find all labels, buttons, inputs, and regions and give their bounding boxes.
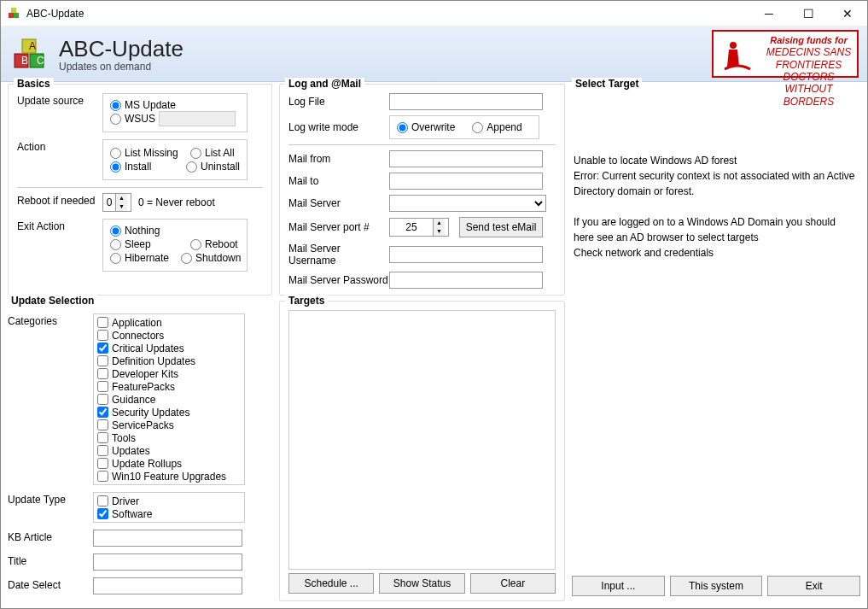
mailuser-label: Mail Server Username (288, 243, 389, 266)
mailuser-input[interactable] (389, 246, 543, 263)
exit-hibernate-radio[interactable] (110, 253, 121, 264)
mailpass-input[interactable] (389, 272, 543, 289)
schedule-button[interactable]: Schedule ... (288, 573, 374, 594)
msf-line2: MEDECINS SANS FRONTIERES (760, 46, 857, 71)
spin-up-icon[interactable]: ▲ (434, 219, 445, 227)
send-test-button[interactable]: Send test eMail (459, 217, 543, 237)
exit-nothing-radio[interactable] (110, 225, 121, 237)
banner: BCA ABC-Update Updates on demand Raising… (1, 26, 867, 82)
wsus-radio[interactable] (110, 114, 121, 125)
updsel-legend: Update Selection (8, 295, 97, 307)
this-system-button[interactable]: This system (670, 576, 763, 596)
install-radio[interactable] (110, 161, 121, 173)
column-left: Basics Update source MS Update WSUS Acti… (8, 84, 272, 601)
input-button[interactable]: Input ... (572, 576, 665, 596)
category-check[interactable] (97, 407, 108, 418)
update-source-label: Update source (17, 93, 102, 107)
category-check[interactable] (97, 445, 108, 456)
categories-list: ApplicationConnectorsCritical UpdatesDef… (93, 313, 245, 485)
exit-sleep-radio[interactable] (110, 239, 121, 250)
mailserver-select[interactable] (389, 195, 546, 212)
content: Basics Update source MS Update WSUS Acti… (1, 82, 867, 608)
svg-point-9 (730, 42, 737, 49)
category-item: Security Updates (97, 406, 241, 419)
spin-down-icon[interactable]: ▼ (116, 202, 127, 211)
category-item: Tools (97, 431, 241, 444)
logmail-group: Log and @Mail Log File Log write mode Ov… (279, 84, 565, 296)
msf-badge[interactable]: Raising funds for MEDECINS SANS FRONTIER… (712, 30, 859, 78)
mailpass-label: Mail Server Password (288, 274, 389, 286)
action-label: Action (17, 139, 102, 153)
uninstall-radio[interactable] (186, 161, 197, 173)
overwrite-radio[interactable] (397, 122, 408, 133)
exit-action-label: Exit Action (17, 219, 102, 232)
mailto-input[interactable] (389, 173, 543, 190)
ms-update-radio[interactable] (110, 100, 121, 111)
mailserver-label: Mail Server (288, 197, 389, 209)
category-check[interactable] (97, 330, 108, 341)
reboot-hint: 0 = Never reboot (138, 196, 215, 208)
reboot-spinner[interactable]: ▲▼ (102, 193, 131, 212)
column-right: Select Target Unable to locate Windows A… (572, 84, 860, 601)
exit-reboot-radio[interactable] (190, 239, 201, 250)
ad-error-message: Unable to locate Windows AD forest Error… (572, 149, 860, 264)
mailfrom-label: Mail from (288, 153, 389, 165)
targets-legend: Targets (285, 295, 328, 307)
spin-down-icon[interactable]: ▼ (434, 227, 445, 236)
targets-group: Targets Schedule ... Show Status Clear (279, 301, 565, 601)
close-button[interactable]: ✕ (828, 1, 867, 26)
app-title: ABC-Update (59, 36, 184, 62)
seltarget-legend: Select Target (572, 78, 642, 90)
driver-check[interactable] (97, 495, 108, 507)
category-item: Updates (97, 444, 241, 457)
category-check[interactable] (97, 458, 108, 469)
svg-rect-2 (11, 8, 16, 13)
banner-text: ABC-Update Updates on demand (59, 36, 184, 73)
basics-group: Basics Update source MS Update WSUS Acti… (8, 84, 272, 296)
update-type-label: Update Type (8, 492, 93, 506)
category-check[interactable] (97, 419, 108, 430)
minimize-button[interactable]: ─ (749, 1, 789, 26)
column-middle: Log and @Mail Log File Log write mode Ov… (279, 84, 565, 601)
list-missing-radio[interactable] (110, 148, 121, 159)
exit-shutdown-radio[interactable] (181, 253, 192, 264)
category-item: Critical Updates (97, 342, 241, 354)
category-check[interactable] (97, 317, 108, 328)
category-check[interactable] (97, 355, 108, 366)
date-input[interactable] (93, 577, 242, 594)
category-check[interactable] (97, 394, 108, 405)
category-check[interactable] (97, 471, 108, 482)
reboot-label: Reboot if needed (17, 193, 102, 207)
logfile-label: Log File (288, 96, 389, 108)
categories-label: Categories (8, 313, 93, 327)
clear-button[interactable]: Clear (470, 573, 556, 594)
category-check[interactable] (97, 343, 108, 354)
title-label: Title (8, 553, 93, 567)
logfile-input[interactable] (389, 93, 543, 110)
append-radio[interactable] (472, 122, 483, 133)
select-target-group: Select Target Unable to locate Windows A… (572, 84, 860, 601)
category-item: FeaturePacks (97, 380, 241, 393)
mailfrom-input[interactable] (389, 150, 543, 167)
category-check[interactable] (97, 368, 108, 379)
msf-line1: Raising funds for (760, 35, 857, 46)
date-label: Date Select (8, 577, 93, 591)
category-check[interactable] (97, 381, 108, 392)
kb-input[interactable] (93, 530, 242, 547)
software-check[interactable] (97, 508, 108, 519)
targets-list[interactable] (288, 310, 556, 570)
spin-up-icon[interactable]: ▲ (116, 194, 127, 202)
svg-text:C: C (37, 55, 44, 67)
title-input[interactable] (93, 553, 242, 571)
svg-rect-0 (9, 13, 14, 18)
maximize-button[interactable]: ☐ (789, 1, 828, 26)
category-item: ServicePacks (97, 419, 241, 431)
app-window: ABC-Update ─ ☐ ✕ BCA ABC-Update Updates … (0, 0, 868, 609)
category-check[interactable] (97, 432, 108, 443)
exit-button[interactable]: Exit (767, 576, 860, 596)
show-status-button[interactable]: Show Status (379, 573, 464, 594)
list-all-radio[interactable] (190, 148, 201, 159)
window-buttons: ─ ☐ ✕ (749, 1, 867, 26)
wsus-server-input[interactable] (159, 111, 236, 126)
mailport-spinner[interactable]: ▲▼ (389, 218, 449, 237)
